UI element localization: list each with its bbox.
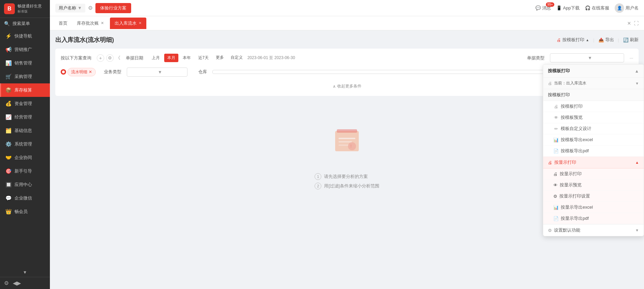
display-print-item[interactable]: 🖨 按显示打印	[543, 168, 644, 180]
template-design-item[interactable]: ✏ 模板自定义设计	[543, 123, 644, 134]
sidebar-scroll-down[interactable]: ▼	[0, 268, 50, 277]
refresh-label: 刷新	[630, 37, 639, 43]
page-actions: 🖨 按模板打印 ▲ | 📤 导出 | 🔄 刷新	[557, 37, 639, 43]
display-excel-item[interactable]: 📊 按显示导出excel	[543, 202, 644, 213]
app-name: 畅捷通好生意	[18, 4, 42, 9]
template-pdf-item[interactable]: 📄 按模板导出pdf	[543, 146, 644, 157]
user-name-display: 用户名称	[59, 5, 76, 11]
doc-type-more[interactable]: ···	[630, 55, 633, 60]
sidebar-item-marketing[interactable]: 📢 营销推广	[0, 43, 50, 56]
warehouse-field: ···	[212, 70, 588, 75]
filter-add-btn[interactable]: +	[97, 54, 104, 62]
message-btn[interactable]: 💬 消息 99+	[535, 5, 551, 11]
wechat-label: 企业微信	[14, 195, 32, 201]
display-section: 🖨 按显示打印 ▲ 🖨 按显示打印 👁 按显示预览 ⚙	[543, 157, 644, 224]
online-service-btn[interactable]: 🎧 在线客服	[585, 5, 609, 11]
window-maximize-btn[interactable]: ⛶	[634, 21, 639, 26]
current-template-arrow[interactable]: ▼	[635, 81, 639, 85]
print-template-btn[interactable]: 🖨 按模板打印 ▲	[557, 37, 589, 43]
display-settings-item[interactable]: ⚙ 按显示打印设置	[543, 191, 644, 202]
marketing-label: 营销推广	[14, 47, 32, 53]
sidebar-item-sales[interactable]: 📊 销售管理	[0, 56, 50, 70]
sidebar-item-operations[interactable]: 📈 经营管理	[0, 110, 50, 124]
doc-type-select[interactable]: ▼	[550, 53, 624, 62]
export-btn[interactable]: 📤 导出	[598, 37, 614, 43]
display-settings-label: 按显示打印设置	[559, 193, 590, 199]
template-print-label: 按模板打印	[561, 103, 583, 109]
refresh-btn[interactable]: 🔄 刷新	[623, 37, 639, 43]
search-menu-item[interactable]: 🔍 搜索菜单	[0, 18, 50, 29]
svg-point-6	[348, 142, 356, 150]
display-section-icon: 🖨	[548, 160, 552, 165]
display-section-arrow[interactable]: ▲	[635, 160, 639, 164]
page-title: 出入库流水(流水明细)	[55, 36, 114, 44]
date-prev-month-btn[interactable]: 上月	[149, 54, 163, 62]
settings-icon[interactable]: ⚙	[4, 280, 9, 286]
display-preview-item[interactable]: 👁 按显示预览	[543, 180, 644, 191]
date-year-btn[interactable]: 本年	[180, 54, 194, 62]
display-pdf-item[interactable]: 📄 按显示导出pdf	[543, 213, 644, 224]
template-print-item[interactable]: 🖨 按模板打印	[543, 101, 644, 112]
filter-expand-icon[interactable]: 《	[116, 55, 120, 61]
printer-small-icon: 🖨	[548, 81, 552, 86]
sidebar-item-apps[interactable]: 🔲 应用中心	[0, 178, 50, 191]
user-profile-btn[interactable]: 👤 用户名	[615, 3, 639, 13]
warehouse-input[interactable]	[212, 70, 582, 74]
business-type-select[interactable]: ▼	[127, 68, 187, 77]
business-type-label: 业务类型	[104, 69, 121, 75]
app-download-label: App下载	[563, 5, 580, 11]
sidebar-item-guide[interactable]: 🎯 新手引导	[0, 164, 50, 178]
flow-tag-close[interactable]: ✕	[89, 70, 92, 74]
tab-inout-flow[interactable]: 出入库流水 ✕	[110, 18, 146, 29]
template-excel-label: 按模板导出excel	[561, 137, 593, 143]
sidebar-item-system[interactable]: ⚙️ 系统管理	[0, 137, 50, 151]
display-preview-label: 按显示预览	[560, 182, 582, 188]
print-dropdown-close-arrow[interactable]: ▲	[635, 69, 639, 74]
sidebar-item-enterprise[interactable]: 🤝 企业协同	[0, 151, 50, 164]
app-edition: 标准版	[18, 9, 42, 14]
app-download-btn[interactable]: 📱 App下载	[556, 5, 580, 11]
template-section: 按模板打印 🖨 按模板打印 👁 按模板预览 ✏ 模板自定义设计	[543, 89, 644, 157]
flow-type-badge: 流水明细 ✕	[61, 68, 96, 76]
tab-batch-account-close[interactable]: ✕	[101, 21, 104, 25]
sidebar-item-inventory[interactable]: 📦 库存核算	[0, 83, 50, 97]
sidebar-item-wechat[interactable]: 💬 企业微信	[0, 191, 50, 205]
guide-icon: 🎯	[5, 168, 12, 175]
display-print-icon: 🖨	[553, 172, 558, 177]
date-custom-btn[interactable]: 自定义	[228, 54, 245, 62]
sidebar-nav: ⚡ 快捷导航 📢 营销推广 📊 销售管理 🛒 采购管理 📦 库存核算 💰	[0, 29, 50, 268]
sidebar-item-finance[interactable]: 💰 资金管理	[0, 97, 50, 110]
collapse-sidebar-icon[interactable]: ◀▶	[13, 280, 21, 286]
current-template-label: 当前：出入库流水	[554, 80, 586, 86]
basics-label: 基础信息	[14, 128, 32, 134]
empty-illustration: !	[327, 121, 367, 168]
window-close-btn[interactable]: ✕	[627, 21, 631, 26]
svg-text:!: !	[350, 143, 352, 149]
logo-icon: B	[4, 3, 15, 14]
template-preview-icon: 👁	[553, 115, 559, 120]
date-current-month-btn[interactable]: 本月	[164, 54, 178, 62]
user-selector[interactable]: 用户名称 ▼	[55, 4, 85, 12]
date-more-btn[interactable]: 更多	[213, 54, 227, 62]
tab-home[interactable]: 首页	[55, 18, 71, 29]
sidebar-item-basics[interactable]: 🗂️ 基础信息	[0, 124, 50, 137]
svg-rect-4	[339, 141, 352, 142]
filter-settings-btn[interactable]: ⚙	[106, 54, 114, 62]
template-preview-item[interactable]: 👁 按模板预览	[543, 112, 644, 123]
sidebar-item-purchase[interactable]: 🛒 采购管理	[0, 70, 50, 83]
default-settings-item[interactable]: ⚙ 设置默认功能 ▼	[543, 224, 644, 236]
flow-tag[interactable]: 流水明细 ✕	[67, 68, 96, 76]
template-section-header: 按模板打印	[543, 89, 644, 101]
industry-btn[interactable]: 体验行业方案	[95, 3, 131, 13]
business-type-arrow: ▼	[158, 70, 184, 75]
display-preview-icon: 👁	[553, 183, 558, 188]
topbar-gear-icon[interactable]: ⚙	[88, 5, 93, 11]
template-excel-item[interactable]: 📊 按模板导出excel	[543, 134, 644, 146]
finance-label: 资金管理	[14, 101, 32, 107]
tab-inout-flow-close[interactable]: ✕	[139, 21, 142, 25]
sidebar-item-member[interactable]: 👑 畅会员	[0, 205, 50, 218]
tab-batch-account[interactable]: 库存批次账 ✕	[72, 18, 109, 29]
date-7days-btn[interactable]: 近7天	[195, 54, 212, 62]
app-download-icon: 📱	[556, 5, 562, 10]
sidebar-item-quick-nav[interactable]: ⚡ 快捷导航	[0, 29, 50, 43]
